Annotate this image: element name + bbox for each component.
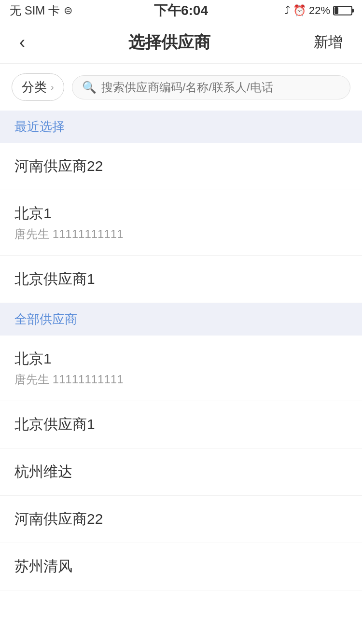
all-item-2[interactable]: 杭州维达 (0, 448, 362, 496)
recent-item-1[interactable]: 北京1 唐先生 11111111111 (0, 190, 362, 256)
status-bar: 无 SIM 卡 ⊜ 下午6:04 ⤴ ⏰ 22% (0, 0, 362, 21)
all-item-0[interactable]: 北京1 唐先生 11111111111 (0, 336, 362, 401)
status-time: 下午6:04 (154, 1, 208, 20)
all-item-name-3: 河南供应商22 (14, 509, 348, 529)
all-section-header: 全部供应商 (0, 303, 362, 336)
location-icon: ⤴ (285, 4, 290, 17)
back-button[interactable]: ‹ (14, 28, 30, 57)
all-list: 北京1 唐先生 11111111111 北京供应商1 杭州维达 河南供应商22 … (0, 336, 362, 590)
filter-row: 分类 › 🔍 (0, 64, 362, 111)
status-right: ⤴ ⏰ 22% (285, 4, 352, 17)
recent-section-label: 最近选择 (14, 119, 65, 134)
all-item-3[interactable]: 河南供应商22 (0, 496, 362, 543)
recent-item-0[interactable]: 河南供应商22 (0, 143, 362, 190)
category-filter[interactable]: 分类 › (12, 73, 64, 101)
recent-section-header: 最近选择 (0, 111, 362, 143)
no-sim-label: 无 SIM 卡 (10, 3, 60, 18)
chevron-right-icon: › (51, 82, 54, 93)
all-item-sub-0: 唐先生 11111111111 (14, 372, 348, 387)
all-item-name-4: 苏州清风 (14, 557, 348, 576)
recent-item-sub-1: 唐先生 11111111111 (14, 226, 348, 242)
status-left: 无 SIM 卡 ⊜ (10, 3, 72, 18)
all-item-4[interactable]: 苏州清风 (0, 543, 362, 590)
battery-fill (334, 7, 338, 14)
search-box[interactable]: 🔍 (72, 75, 350, 99)
battery-bar (333, 6, 352, 15)
search-icon: 🔍 (82, 81, 97, 94)
wifi-icon: ⊜ (64, 4, 72, 17)
battery-percent: 22% (309, 4, 330, 17)
recent-list: 河南供应商22 北京1 唐先生 11111111111 北京供应商1 (0, 143, 362, 303)
battery-rect (333, 6, 352, 15)
search-input[interactable] (101, 81, 340, 94)
all-item-1[interactable]: 北京供应商1 (0, 401, 362, 448)
all-item-name-1: 北京供应商1 (14, 415, 348, 434)
recent-item-name-1: 北京1 (14, 204, 348, 224)
recent-item-name-0: 河南供应商22 (14, 156, 348, 176)
page-title: 选择供应商 (128, 31, 210, 54)
alarm-icon: ⏰ (293, 4, 306, 17)
nav-bar: ‹ 选择供应商 新增 (0, 21, 362, 64)
add-button[interactable]: 新增 (309, 28, 348, 57)
recent-item-name-2: 北京供应商1 (14, 269, 348, 289)
all-item-name-0: 北京1 (14, 349, 348, 369)
all-section-label: 全部供应商 (14, 312, 77, 326)
all-item-name-2: 杭州维达 (14, 462, 348, 482)
recent-item-2[interactable]: 北京供应商1 (0, 256, 362, 303)
category-label: 分类 (22, 79, 47, 96)
